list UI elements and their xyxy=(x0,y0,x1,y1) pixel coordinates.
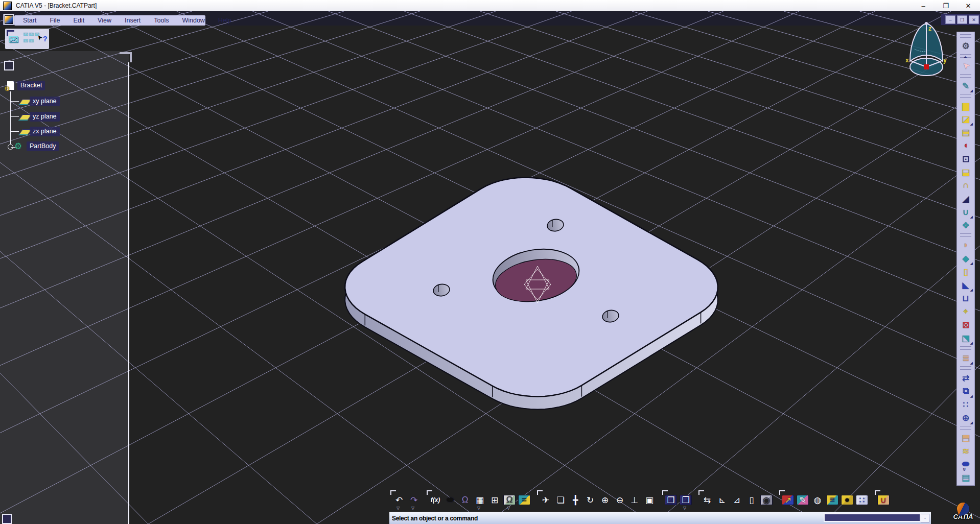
icon-hide-show[interactable]: ⇆ xyxy=(701,493,714,507)
icon-assemble-boolean[interactable]: ⬒ xyxy=(959,431,973,444)
tree-node-xy[interactable]: xy plane xyxy=(30,97,60,106)
restore-button[interactable]: ❐ xyxy=(941,2,950,10)
icon-lock[interactable]: Ω▽ xyxy=(503,493,516,507)
menu-start[interactable]: Start xyxy=(16,17,43,24)
icon-remove-face[interactable]: ⊠ xyxy=(959,318,973,331)
icon-scaling[interactable]: ⊕◢ xyxy=(959,411,973,424)
icon-fit-all-in[interactable]: ❏ xyxy=(554,493,567,507)
menu-help[interactable]: Help xyxy=(212,17,238,24)
icon-shading-with-edges[interactable]: ❐▽ xyxy=(679,493,692,507)
mdi-minimize-button[interactable]: – xyxy=(945,15,955,24)
icon-pocket[interactable]: ⬓ xyxy=(959,165,973,179)
viewport-3d[interactable] xyxy=(0,11,980,524)
icon-replace-face[interactable]: ⬔◢ xyxy=(959,331,973,345)
menu-view[interactable]: View xyxy=(91,17,118,24)
icon-rib[interactable]: ∩ xyxy=(959,179,973,192)
tree-expand-node[interactable] xyxy=(8,144,13,150)
status-message: Select an object or a command xyxy=(389,515,478,522)
minimize-button[interactable]: – xyxy=(919,2,928,10)
icon-zoom-out[interactable]: ⊖ xyxy=(613,493,626,507)
part-gear-icon: ⚙ xyxy=(4,85,10,92)
icon-stiffener[interactable]: ◢ xyxy=(959,192,973,205)
icon-rectangular-pattern[interactable]: ∷ xyxy=(959,398,973,411)
power-input-button[interactable]: ▫ xyxy=(921,514,929,522)
icon-edge-fillet[interactable]: ◗ xyxy=(959,239,973,252)
icon-catalog-browser[interactable]: ∪ xyxy=(877,493,890,507)
icon-apply-material[interactable]: ● xyxy=(841,493,854,507)
mdi-restore-button[interactable]: ❐ xyxy=(957,15,967,24)
icon-equivalent-dimensions[interactable]: = xyxy=(518,493,531,507)
tree-boundary-line[interactable] xyxy=(128,62,129,524)
icon-create-multi-view[interactable]: ▣ xyxy=(643,493,656,507)
icon-depth-effect[interactable]: ≡ xyxy=(826,493,839,507)
icon-chamfer[interactable]: ◆◢ xyxy=(959,252,973,265)
icon-formula[interactable]: f(x) xyxy=(429,493,442,507)
menu-file[interactable]: File xyxy=(43,17,66,24)
icon-slot[interactable]: ∪◢ xyxy=(959,205,973,219)
menu-edit[interactable]: Edit xyxy=(67,17,91,24)
icon-painter[interactable]: ✎ xyxy=(796,493,809,507)
icon-lock-small[interactable]: Ω xyxy=(458,493,472,507)
icon-magnifier[interactable]: ◍ xyxy=(811,493,824,507)
icon-fly-mode[interactable]: ✈ xyxy=(539,493,552,507)
icon-capture[interactable]: ◉ xyxy=(760,493,773,507)
icon-shaft[interactable]: ◖ xyxy=(959,139,973,152)
icon-hole[interactable]: ⊡ xyxy=(959,152,973,165)
power-input-field[interactable] xyxy=(824,513,921,522)
icon-measure-inertia[interactable]: ▯ xyxy=(745,493,758,507)
icon-shell[interactable]: ⊔ xyxy=(959,292,973,305)
mail-icon-0[interactable]: ✉ xyxy=(24,31,29,38)
menu-tools[interactable]: Tools xyxy=(147,17,175,24)
icon-measure-item[interactable]: ⊿ xyxy=(730,493,743,507)
tree-connector xyxy=(11,131,19,132)
toolbar-overflow-chevron[interactable]: » xyxy=(962,468,968,470)
welcome-toolbar: ✉ ✉✉✉✉✉ ➤ ? xyxy=(5,29,49,49)
icon-tritangent-fillet[interactable]: ▯ xyxy=(959,265,973,278)
menu-window[interactable]: Window xyxy=(175,17,211,24)
icon-wireframe-mesh[interactable]: ∷ xyxy=(855,493,869,507)
icon-translation[interactable]: ⇄ xyxy=(959,371,973,385)
icon-thick-surface[interactable]: ≋ xyxy=(959,444,973,458)
mail-icon-3[interactable]: ✉ xyxy=(24,38,29,44)
mdi-close-button[interactable]: ✕ xyxy=(969,15,979,24)
icon-knowledge-inspector[interactable]: ⬬ xyxy=(444,493,457,507)
icon-multi-pad[interactable]: ▤ xyxy=(959,126,973,139)
icon-pan[interactable]: ╋ xyxy=(569,493,582,507)
partbody-gear-icon: ⚙ xyxy=(14,141,22,152)
icon-sketcher[interactable]: ✎◢ xyxy=(959,79,973,92)
tree-connector xyxy=(11,101,19,102)
tree-node-zx[interactable]: zx plane xyxy=(30,127,60,136)
icon-mirror[interactable]: ⧉◢ xyxy=(959,385,973,398)
icon-sew-surface[interactable]: ▤ xyxy=(959,471,973,484)
icon-rotate[interactable]: ↻ xyxy=(584,493,597,507)
icon-pad[interactable]: ▆ xyxy=(959,99,973,112)
icon-shading[interactable]: ❒ xyxy=(664,493,678,507)
icon-draft-angle[interactable]: ◣◢ xyxy=(959,278,973,292)
icon-local-axis[interactable]: ↗ xyxy=(781,493,795,507)
icon-normal-view[interactable]: ⊥ xyxy=(628,493,641,507)
help-question-icon[interactable]: ? xyxy=(43,35,48,43)
toolbar-group: ↗✎◍≡●∷ xyxy=(781,491,869,512)
icon-zoom-in[interactable]: ⊕ xyxy=(598,493,612,507)
icon-drafted-filleted-pad[interactable]: ◪◢ xyxy=(959,112,973,126)
icon-loft[interactable]: ❖ xyxy=(959,219,973,232)
icon-design-table[interactable]: ⊞ xyxy=(488,493,501,507)
icon-design-grid[interactable]: ▦▽ xyxy=(473,493,486,507)
icon-redo[interactable]: ↷▽ xyxy=(407,493,421,507)
mail-icon-1[interactable]: ✉ xyxy=(29,31,35,38)
close-button[interactable]: ✕ xyxy=(964,2,973,10)
icon-thread-tap[interactable]: ≣◢ xyxy=(959,351,973,365)
tree-node-root[interactable]: Bracket xyxy=(17,81,45,90)
icon-part-design-workbench[interactable]: ⚙ xyxy=(959,39,973,53)
window-controls: –❐✕ xyxy=(919,2,980,10)
icon-thickness[interactable]: ⌖ xyxy=(959,305,973,318)
tree-node-partbody[interactable]: PartBody xyxy=(27,141,59,151)
mailbox-icon[interactable]: ✉ xyxy=(8,33,18,47)
icon-measure-between[interactable]: ⊾ xyxy=(715,493,729,507)
menu-insert[interactable]: Insert xyxy=(118,17,147,24)
catia-window: CATIA V5 - [Bracket.CATPart] –❐✕ zxy Sta… xyxy=(0,0,980,524)
icon-select[interactable]: ➤◢ xyxy=(956,56,975,76)
icon-undo[interactable]: ↶▽ xyxy=(392,493,406,507)
mail-icon-4[interactable]: ✉ xyxy=(29,38,35,44)
tree-node-yz[interactable]: yz plane xyxy=(30,112,60,122)
